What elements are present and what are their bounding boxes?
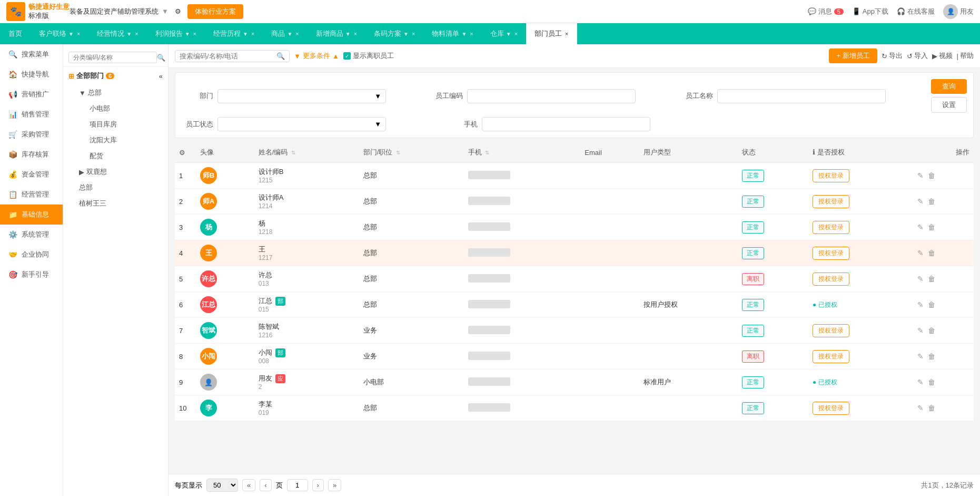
app-download-button[interactable]: 📱 App下载 bbox=[852, 7, 888, 16]
filter-empcode-input[interactable] bbox=[467, 89, 636, 103]
tab-close-icon[interactable]: × bbox=[514, 31, 518, 37]
nav-tab-条码方案[interactable]: 条码方案▼× bbox=[365, 23, 423, 44]
delete-icon[interactable]: 🗑 bbox=[928, 352, 935, 361]
nav-tab-部门员工[interactable]: 部门员工× bbox=[526, 23, 577, 44]
sidebar-item-企业协同[interactable]: 🤝企业协同 bbox=[0, 245, 63, 265]
sidebar-item-快捷导航[interactable]: 🏠快捷导航 bbox=[0, 64, 63, 84]
delete-icon[interactable]: 🗑 bbox=[928, 249, 935, 257]
auth-button[interactable]: 授权登录 bbox=[813, 273, 849, 286]
help-button[interactable]: | 帮助 bbox=[957, 51, 974, 61]
sidebar-item-采购管理[interactable]: 🛒采购管理 bbox=[0, 124, 63, 144]
dept-node-zhishu[interactable]: 植树王三 bbox=[68, 196, 168, 211]
filter-dept-select[interactable]: ▼ bbox=[217, 89, 386, 103]
dept-node-peihuo[interactable]: 配货 bbox=[79, 148, 168, 164]
dept-node-zongbu2[interactable]: 总部 bbox=[68, 180, 168, 196]
delete-icon[interactable]: 🗑 bbox=[928, 223, 935, 231]
tab-close-icon[interactable]: × bbox=[412, 31, 415, 37]
tab-close-icon[interactable]: × bbox=[251, 31, 254, 37]
nav-tab-经营历程[interactable]: 经营历程▼× bbox=[205, 23, 263, 44]
auth-button[interactable]: 授权登录 bbox=[813, 221, 849, 234]
filter-status-select[interactable]: ▼ bbox=[217, 117, 386, 131]
tab-close-icon[interactable]: × bbox=[193, 31, 196, 37]
tab-close-icon[interactable]: × bbox=[135, 31, 138, 37]
tab-close-icon[interactable]: × bbox=[354, 31, 357, 37]
sidebar-item-资金管理[interactable]: 💰资金管理 bbox=[0, 164, 63, 184]
all-dept-header[interactable]: ⊞ 全部部门 6 « bbox=[63, 67, 168, 85]
more-filter-button[interactable]: ▼ 更多条件 ▲ bbox=[294, 51, 339, 61]
dept-node-xiangmukufang[interactable]: 项目库房 bbox=[79, 116, 168, 132]
nav-tab-首页[interactable]: 首页 bbox=[0, 23, 31, 44]
col-settings[interactable]: ⚙ bbox=[175, 142, 196, 163]
collapse-tree-icon[interactable]: « bbox=[159, 72, 163, 80]
edit-icon[interactable]: ✎ bbox=[917, 197, 924, 206]
dept-node-zongbu[interactable]: ▼ 总部 bbox=[68, 85, 168, 101]
tab-close-icon[interactable]: × bbox=[77, 31, 80, 37]
experience-button[interactable]: 体验行业方案 bbox=[187, 4, 243, 19]
delete-icon[interactable]: 🗑 bbox=[928, 378, 935, 386]
nav-tab-利润报告[interactable]: 利润报告▼× bbox=[147, 23, 205, 44]
last-page-button[interactable]: » bbox=[328, 479, 341, 491]
query-button[interactable]: 查询 bbox=[931, 79, 967, 94]
export-button[interactable]: ↻ 导出 bbox=[882, 51, 903, 61]
auth-button[interactable]: 授权登录 bbox=[813, 247, 849, 260]
sidebar-item-搜索菜单[interactable]: 🔍搜索菜单 bbox=[0, 44, 63, 64]
filter-phone-input[interactable] bbox=[482, 117, 650, 131]
edit-icon[interactable]: ✎ bbox=[917, 249, 924, 257]
edit-icon[interactable]: ✎ bbox=[917, 378, 924, 386]
delete-icon[interactable]: 🗑 bbox=[928, 275, 935, 283]
sidebar-item-新手引导[interactable]: 🎯新手引导 bbox=[0, 265, 63, 285]
tab-close-icon[interactable]: × bbox=[295, 31, 299, 37]
edit-icon[interactable]: ✎ bbox=[917, 171, 924, 180]
view-button[interactable]: ▶ 视频 bbox=[932, 51, 953, 61]
prev-page-button[interactable]: ‹ bbox=[260, 479, 271, 491]
delete-icon[interactable]: 🗑 bbox=[928, 197, 935, 206]
edit-icon[interactable]: ✎ bbox=[917, 404, 924, 412]
add-employee-button[interactable]: + 新增员工 bbox=[829, 48, 877, 63]
nav-tab-商品[interactable]: 商品▼× bbox=[263, 23, 307, 44]
tab-close-icon[interactable]: × bbox=[565, 31, 568, 37]
auth-button[interactable]: 授权登录 bbox=[813, 195, 849, 208]
tab-close-icon[interactable]: × bbox=[470, 31, 473, 37]
nav-tab-新增商品[interactable]: 新增商品▼× bbox=[308, 23, 365, 44]
dept-search-input[interactable] bbox=[68, 52, 157, 63]
dept-node-shuanglu[interactable]: ▶ 双鹿想 bbox=[68, 164, 168, 180]
delete-icon[interactable]: 🗑 bbox=[928, 404, 935, 412]
reset-button[interactable]: 设置 bbox=[931, 97, 967, 113]
auth-button[interactable]: 授权登录 bbox=[813, 402, 849, 415]
user-area[interactable]: 👤 用友 bbox=[943, 4, 974, 19]
edit-icon[interactable]: ✎ bbox=[917, 352, 924, 361]
import-button[interactable]: ↺ 导入 bbox=[907, 51, 928, 61]
sidebar-item-销售管理[interactable]: 📊销售管理 bbox=[0, 104, 63, 124]
page-number-input[interactable] bbox=[287, 479, 308, 491]
system-dropdown-icon[interactable]: ▼ bbox=[162, 7, 169, 15]
filter-empname-input[interactable] bbox=[717, 89, 886, 103]
delete-icon[interactable]: 🗑 bbox=[928, 326, 935, 335]
edit-icon[interactable]: ✎ bbox=[917, 223, 924, 231]
edit-icon[interactable]: ✎ bbox=[917, 275, 924, 283]
sidebar-item-系统管理[interactable]: ⚙️系统管理 bbox=[0, 225, 63, 245]
first-page-button[interactable]: « bbox=[242, 479, 255, 491]
next-page-button[interactable]: › bbox=[312, 479, 324, 491]
message-button[interactable]: 💬 消息 5 bbox=[808, 7, 844, 16]
show-resigned-toggle[interactable]: ✓ 显示离职员工 bbox=[343, 51, 394, 61]
delete-icon[interactable]: 🗑 bbox=[928, 300, 935, 309]
nav-tab-客户联络[interactable]: 客户联络▼× bbox=[31, 23, 88, 44]
sidebar-item-经营管理[interactable]: 📋经营管理 bbox=[0, 184, 63, 205]
auth-button[interactable]: 授权登录 bbox=[813, 350, 849, 363]
edit-icon[interactable]: ✎ bbox=[917, 300, 924, 309]
sidebar-item-营销推广[interactable]: 📢营销推广 bbox=[0, 84, 63, 104]
page-size-select[interactable]: 50 20 100 bbox=[206, 479, 238, 492]
gear-icon[interactable]: ⚙ bbox=[175, 7, 181, 15]
auth-button[interactable]: 授权登录 bbox=[813, 324, 849, 337]
sidebar-item-库存核算[interactable]: 📦库存核算 bbox=[0, 144, 63, 164]
nav-tab-经营情况[interactable]: 经营情况▼× bbox=[88, 23, 146, 44]
search-input[interactable] bbox=[180, 52, 274, 60]
online-service-button[interactable]: 🎧 在线客服 bbox=[897, 7, 935, 16]
edit-icon[interactable]: ✎ bbox=[917, 326, 924, 335]
nav-tab-仓库[interactable]: 仓库▼× bbox=[482, 23, 526, 44]
dept-node-shenyangdaku[interactable]: 沈阳大库 bbox=[79, 132, 168, 148]
sidebar-item-基础信息[interactable]: 📁基础信息 bbox=[0, 205, 63, 225]
auth-button[interactable]: 授权登录 bbox=[813, 169, 849, 182]
nav-tab-物料清单[interactable]: 物料清单▼× bbox=[423, 23, 481, 44]
delete-icon[interactable]: 🗑 bbox=[928, 171, 935, 180]
